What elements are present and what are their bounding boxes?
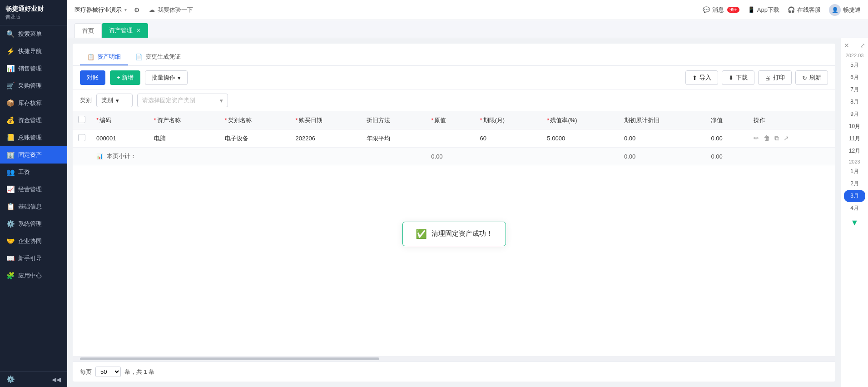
asset-detail-icon: 📋: [87, 54, 94, 60]
tab-home[interactable]: 首页: [74, 23, 102, 38]
subtotal-empty2: [474, 148, 541, 165]
sidebar-item-search[interactable]: 🔍 搜索菜单: [0, 25, 67, 43]
table-wrap: *编码 *资产名称 *类别名称 *购买日期 折旧方法 *原值 *期限(月) *残…: [73, 111, 835, 356]
operations-icon: 📈: [6, 185, 15, 194]
month-10[interactable]: 10月: [841, 120, 868, 133]
month-2023-2[interactable]: 2月: [841, 178, 868, 190]
row-original-value: [426, 129, 474, 148]
download-icon: 📱: [748, 6, 755, 13]
tab-asset-management[interactable]: 资产管理 ✕: [102, 23, 148, 38]
success-toast: ✅ 清理固定资产成功！: [402, 222, 506, 246]
select-all-checkbox[interactable]: [78, 116, 85, 123]
copy-icon[interactable]: ⧉: [774, 134, 779, 142]
col-net-value: 净值: [705, 111, 748, 129]
payroll-icon: 👥: [6, 168, 15, 176]
sidebar-item-basic-info[interactable]: 📋 基础信息: [0, 198, 67, 215]
experience-area[interactable]: ☁ 我要体验一下: [149, 6, 193, 14]
month-7[interactable]: 7月: [841, 84, 868, 96]
scroll-down-icon[interactable]: ▼: [851, 218, 859, 228]
table-row: 000001 电脑 电子设备 202206 年限平均 60 5.0000 0.0…: [73, 129, 835, 148]
subtotal-empty3: [541, 148, 619, 165]
sub-tab-asset-detail[interactable]: 📋 资产明细: [80, 49, 128, 65]
row-checkbox-cell[interactable]: [73, 129, 91, 148]
sidebar-item-funds[interactable]: 💰 资金管理: [0, 112, 67, 129]
subtotal-row: 📊 本页小计： 0.00 0.00 0.00: [73, 148, 835, 165]
import-button[interactable]: ⬆ 导入: [685, 70, 718, 85]
sidebar-item-fixed-assets[interactable]: 🏢 固定资产: [0, 146, 67, 164]
sub-tab-voucher[interactable]: 📄 变更生成凭证: [128, 49, 188, 65]
sidebar: 畅捷通好业财 普及版 🔍 搜索菜单 ⚡ 快捷导航 📊 销售管理 🛒 采购管理 📦…: [0, 0, 67, 387]
sidebar-item-guide[interactable]: 📖 新手引导: [0, 250, 67, 267]
category-type-select[interactable]: 类别 ▾: [96, 94, 133, 107]
guide-icon: 📖: [6, 254, 15, 263]
sidebar-item-inventory[interactable]: 📦 库存核算: [0, 94, 67, 112]
app-download-label: App下载: [757, 6, 779, 14]
col-depreciation-method: 折旧方法: [361, 111, 426, 129]
collapse-button[interactable]: ◀◀: [52, 376, 61, 383]
basic-info-icon: 📋: [6, 203, 15, 211]
print-button[interactable]: 🖨 打印: [758, 70, 792, 85]
new-button[interactable]: + 新增: [110, 70, 140, 85]
tab-close-icon[interactable]: ✕: [136, 27, 141, 34]
table-hscroll-thumb[interactable]: [80, 357, 379, 360]
search-icon: 🔍: [6, 30, 15, 38]
sidebar-item-purchase[interactable]: 🛒 采购管理: [0, 77, 67, 94]
download-button[interactable]: ⬇ 下载: [722, 70, 754, 85]
online-service-button[interactable]: 🎧 在线客服: [788, 6, 821, 14]
message-button[interactable]: 💬 消息 99+: [703, 6, 739, 14]
right-sidebar-expand-icon[interactable]: ⤢: [860, 42, 865, 49]
sidebar-item-ledger[interactable]: 📒 总账管理: [0, 129, 67, 146]
month-6[interactable]: 6月: [841, 71, 868, 84]
month-8[interactable]: 8月: [841, 96, 868, 108]
username-label: 畅捷通: [843, 6, 861, 14]
sidebar-item-enterprise[interactable]: 🤝 企业协同: [0, 233, 67, 250]
edit-icon[interactable]: ✏: [754, 134, 759, 142]
sidebar-item-operations[interactable]: 📈 经营管理: [0, 181, 67, 198]
sidebar-item-appstore[interactable]: 🧩 应用中心: [0, 267, 67, 284]
col-category: *类别名称: [219, 111, 290, 129]
user-area[interactable]: 👤 畅捷通: [829, 4, 861, 16]
sidebar-item-payroll[interactable]: 👥 工资: [0, 164, 67, 181]
sub-tab-asset-detail-label: 资产明细: [97, 53, 121, 61]
sidebar-item-quicknav[interactable]: ⚡ 快捷导航: [0, 43, 67, 60]
batch-button[interactable]: 批量操作 ▾: [145, 70, 188, 85]
company-selector[interactable]: 医疗器械行业演示 ▾: [74, 6, 127, 14]
import-icon: ⬆: [692, 74, 697, 81]
sidebar-item-label: 系统管理: [18, 220, 42, 228]
month-12[interactable]: 12月: [841, 145, 868, 157]
month-11[interactable]: 11月: [841, 133, 868, 145]
select-all-header[interactable]: [73, 111, 91, 129]
subtotal-icon: 📊: [96, 153, 103, 159]
page-size-select[interactable]: 50 100 200: [95, 367, 121, 377]
app-download-button[interactable]: 📱 App下载: [748, 6, 779, 14]
month-2023-4[interactable]: 4月: [841, 202, 868, 214]
topbar-gear-icon[interactable]: ⚙: [134, 6, 140, 14]
right-sidebar-close-icon[interactable]: ✕: [844, 42, 849, 49]
page-size-label: 每页: [80, 368, 92, 376]
month-9[interactable]: 9月: [841, 108, 868, 120]
sidebar-item-system[interactable]: ⚙️ 系统管理: [0, 215, 67, 233]
refresh-button[interactable]: ↻ 刷新: [795, 70, 828, 85]
row-net-value: 0.00: [705, 129, 748, 148]
row-checkbox[interactable]: [78, 134, 85, 141]
settings-icon[interactable]: ⚙️: [6, 375, 15, 383]
delete-icon[interactable]: 🗑: [764, 134, 770, 142]
table-hscroll[interactable]: [73, 356, 835, 362]
category-search-input[interactable]: 请选择固定资产类别 ▾: [137, 94, 228, 107]
more-icon[interactable]: ↗: [784, 134, 789, 142]
month-5[interactable]: 5月: [841, 59, 868, 71]
download-icon: ⬇: [729, 74, 734, 81]
month-2023-3-current[interactable]: 3月: [844, 190, 865, 202]
subtotal-empty4: [748, 148, 835, 165]
new-label: + 新增: [117, 74, 134, 82]
sidebar-item-label: 库存核算: [18, 99, 42, 107]
batch-chevron-icon: ▾: [178, 74, 181, 81]
refresh-label: 刷新: [809, 74, 821, 82]
month-2023-1[interactable]: 1月: [841, 165, 868, 178]
sidebar-item-sales[interactable]: 📊 销售管理: [0, 60, 67, 77]
reconcile-button[interactable]: 对账: [80, 70, 105, 85]
row-depreciation-method: 年限平均: [361, 129, 426, 148]
sidebar-bottom: ⚙️ ◀◀: [0, 371, 67, 387]
tabbar: 首页 资产管理 ✕: [67, 20, 868, 38]
col-period: *期限(月): [474, 111, 541, 129]
